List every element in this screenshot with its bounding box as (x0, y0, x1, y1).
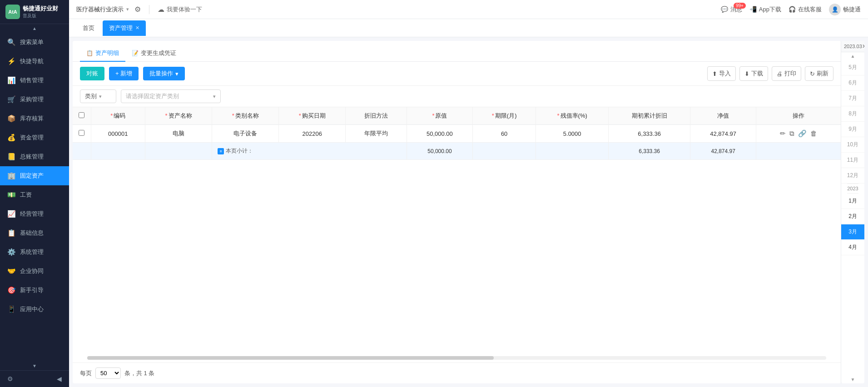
sidebar-item-app-center[interactable]: 📱 应用中心 (0, 300, 69, 319)
sidebar-item-fixed-assets[interactable]: 🏢 固定资产 (0, 166, 69, 185)
settings-icon[interactable]: ⚙ (7, 375, 13, 382)
topbar-feedback[interactable]: ☁ 我要体验一下 (158, 5, 202, 14)
tab-home[interactable]: 首页 (76, 20, 101, 36)
month-8[interactable]: 8月 (841, 106, 864, 122)
sidebar-item-payroll[interactable]: 💵 工资 (0, 185, 69, 204)
sidebar-item-enterprise[interactable]: 🤝 企业协同 (0, 262, 69, 281)
month-1[interactable]: 1月 (841, 194, 864, 209)
month-12[interactable]: 12月 (841, 168, 864, 184)
sidebar-scroll-down[interactable]: ▼ (0, 362, 69, 370)
month-5[interactable]: 5月 (841, 60, 864, 75)
sidebar-item-basic-info[interactable]: 📋 基础信息 (0, 223, 69, 243)
total-text: 条，共 1 条 (124, 369, 154, 377)
edit-icon[interactable]: ✏ (780, 129, 786, 138)
add-new-button[interactable]: + 新增 (109, 67, 139, 80)
sub-tab-asset-detail[interactable]: 📋 资产明细 (80, 45, 125, 62)
tab-close-icon[interactable]: ✕ (135, 25, 139, 31)
col-code-label: 编码 (114, 112, 125, 119)
table-container[interactable]: *编码 *资产名称 *类别名称 *购买日期 (73, 107, 841, 353)
download-icon: ⬇ (744, 70, 749, 77)
sidebar-item-purchase[interactable]: 🛒 采购管理 (0, 90, 69, 109)
copy-icon[interactable]: ⧉ (789, 129, 794, 138)
col-purchase-date: *购买日期 (279, 107, 346, 125)
refresh-label: 刷新 (817, 69, 828, 78)
collapse-icon[interactable]: ◀ (57, 375, 62, 382)
sidebar-scroll: 🔍 搜索菜单 ⚡ 快捷导航 📊 销售管理 🛒 采购管理 📦 库存核算 💰 资金管… (0, 33, 69, 362)
month-10[interactable]: 10月 (841, 137, 864, 153)
panel-month-down-icon[interactable]: ▼ (849, 376, 857, 383)
sidebar-item-search[interactable]: 🔍 搜索菜单 (0, 33, 69, 52)
right-panel-header: 2023.03 ✕ ⤢ (841, 41, 864, 52)
page-size-select[interactable]: 50 10 20 100 (95, 367, 121, 379)
row-net-value: 42,874.97 (690, 125, 756, 143)
reconcile-button[interactable]: 对账 (80, 67, 104, 80)
sidebar-item-label: 快捷导航 (20, 57, 44, 65)
horizontal-scrollbar-track[interactable] (87, 356, 826, 360)
right-panel-year: 2023.03 (844, 44, 862, 49)
month-9[interactable]: 9月 (841, 122, 864, 137)
sub-tab-change-voucher[interactable]: 📝 变更生成凭证 (125, 45, 183, 62)
app-download-button[interactable]: 📲 App下载 (749, 5, 781, 14)
month-4[interactable]: 4月 (841, 240, 864, 255)
export-icon: ⬆ (712, 70, 717, 77)
category-input[interactable]: 请选择固定资产类别 ▾ (121, 89, 221, 103)
sidebar-item-label: 搜索菜单 (20, 38, 44, 46)
row-asset-name: 电脑 (145, 125, 212, 143)
category-filter-label: 类别 (85, 92, 97, 100)
horizontal-scrollbar-area (73, 353, 841, 362)
col-category: *类别名称 (212, 107, 279, 125)
link-icon[interactable]: 🔗 (798, 129, 807, 138)
tab-asset-mgmt[interactable]: 资产管理 ✕ (103, 20, 146, 36)
fund-icon: 💰 (7, 134, 15, 142)
sidebar-item-fund[interactable]: 💰 资金管理 (0, 128, 69, 147)
panel-month-up-icon[interactable]: ▲ (849, 52, 857, 60)
sidebar-item-system[interactable]: ⚙️ 系统管理 (0, 243, 69, 262)
col-residual-rate-label: 残值率(%) (560, 112, 587, 119)
add-new-label: + 新增 (115, 69, 132, 78)
select-all-checkbox[interactable] (79, 112, 84, 118)
category-input-placeholder: 请选择固定资产类别 (126, 92, 179, 100)
horizontal-scrollbar-thumb[interactable] (87, 356, 494, 360)
export-button[interactable]: ⬆ 导入 (707, 66, 736, 81)
sidebar-item-sales[interactable]: 📊 销售管理 (0, 71, 69, 90)
reconcile-label: 对账 (86, 69, 98, 78)
month-2[interactable]: 2月 (841, 209, 864, 224)
month-6[interactable]: 6月 (841, 75, 864, 91)
print-button[interactable]: 🖨 打印 (772, 66, 801, 81)
batch-ops-button[interactable]: 批量操作 ▾ (143, 67, 185, 80)
message-button[interactable]: 💬 消息 99+ (721, 5, 742, 14)
filter-bar: 类别 ▾ 请选择固定资产类别 ▾ (73, 86, 841, 107)
guide-icon: 🎯 (7, 286, 15, 294)
message-badge: 99+ (734, 3, 746, 9)
refresh-button[interactable]: ↻ 刷新 (805, 66, 833, 81)
sidebar-item-label: 工资 (20, 191, 32, 199)
panel-close-icon[interactable]: ✕ (862, 43, 864, 50)
topbar-separator (149, 5, 149, 14)
col-actions: 操作 (756, 107, 841, 125)
row-checkbox[interactable] (79, 130, 84, 136)
sidebar-item-label: 库存核算 (20, 114, 44, 123)
download-button[interactable]: ⬇ 下载 (739, 66, 768, 81)
app-download-icon: 📲 (749, 6, 757, 13)
user-info[interactable]: 👤 畅捷通 (829, 4, 861, 15)
fixed-assets-icon: 🏢 (7, 172, 15, 180)
sidebar-item-quick-nav[interactable]: ⚡ 快捷导航 (0, 52, 69, 71)
sidebar-item-ledger[interactable]: 📒 总账管理 (0, 147, 69, 166)
category-filter-select[interactable]: 类别 ▾ (80, 89, 116, 103)
current-year-label: 2023 (847, 184, 858, 194)
month-3-current[interactable]: 3月 (841, 224, 864, 240)
delete-icon[interactable]: 🗑 (810, 129, 817, 138)
sidebar-item-inventory[interactable]: 📦 库存核算 (0, 109, 69, 128)
month-11[interactable]: 11月 (841, 153, 864, 168)
sidebar-item-guide[interactable]: 🎯 新手引导 (0, 281, 69, 300)
topbar-settings-icon[interactable]: ⚙ (134, 5, 141, 14)
month-7[interactable]: 7月 (841, 91, 864, 106)
print-icon: 🖨 (777, 70, 783, 77)
sidebar-scroll-up[interactable]: ▲ (0, 24, 69, 33)
company-selector[interactable]: 医疗器械行业演示 ▾ (76, 5, 129, 14)
app-download-label: App下载 (759, 5, 781, 14)
sidebar-item-operations[interactable]: 📈 经营管理 (0, 204, 69, 223)
col-net-value-label: 净值 (717, 112, 729, 119)
customer-service-button[interactable]: 🎧 在线客服 (789, 5, 822, 14)
download-label: 下载 (751, 69, 763, 78)
